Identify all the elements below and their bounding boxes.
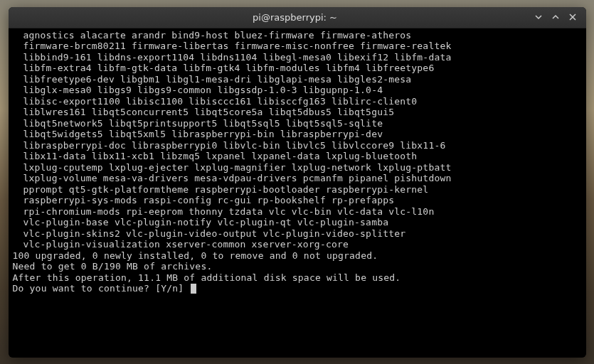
package-line: libfm-extra4 libfm-gtk-data libfm-gtk4 l… [23,63,582,74]
chevron-down-icon [534,13,543,21]
terminal-output[interactable]: agnostics alacarte arandr bind9-host blu… [9,28,586,358]
package-line: vlc-plugin-visualization xserver-common … [23,239,582,250]
package-line: raspberrypi-sys-mods raspi-config rc-gui… [23,195,582,206]
titlebar: pi@raspberrypi: ~ [9,7,586,28]
window-title: pi@raspberrypi: ~ [60,12,531,23]
package-line: libisc-export1100 libisc1100 libisccc161… [23,96,582,107]
package-line: libbind9-161 libdns-export1104 libdns110… [23,52,582,63]
package-line: libqt5widgets5 libqt5xml5 libraspberrypi… [23,129,582,140]
package-line: rpi-chromium-mods rpi-eeprom thonny tzda… [23,206,582,218]
status-archives: Need to get 0 B/190 MB of archives. [13,261,582,272]
package-line: lxplug-volume mesa-va-drivers mesa-vdpau… [23,173,582,184]
close-icon [568,13,577,21]
package-line: libqt5network5 libqt5printsupport5 libqt… [23,118,582,129]
package-line: vlc-plugin-skins2 vlc-plugin-video-outpu… [23,228,582,240]
package-line: agnostics alacarte arandr bind9-host blu… [23,30,582,41]
maximize-button[interactable] [548,10,563,24]
status-upgraded: 100 upgraded, 0 newly installed, 0 to re… [13,250,582,262]
package-line: libx11-data libx11-xcb1 libzmq5 lxpanel … [23,151,582,162]
package-line: lxplug-cputemp lxplug-ejecter lxplug-mag… [23,162,582,173]
terminal-window: pi@raspberrypi: ~ agnostics alacarte ara… [9,7,586,358]
chevron-up-icon [551,13,560,21]
close-button[interactable] [565,10,580,24]
status-disk-space: After this operation, 11.1 MB of additio… [13,272,582,284]
package-line: libfreetype6-dev libgbm1 libgl1-mesa-dri… [23,74,582,85]
minimize-button[interactable] [531,10,546,24]
package-line: libglx-mesa0 libgs9 libgs9-common libgss… [23,85,582,96]
cursor [191,284,196,294]
package-line: liblwres161 libqt5concurrent5 libqt5core… [23,107,582,118]
package-line: vlc-plugin-base vlc-plugin-notify vlc-pl… [23,217,582,228]
package-line: firmware-brcm80211 firmware-libertas fir… [23,41,582,52]
package-line: pprompt qt5-gtk-platformtheme raspberryp… [23,184,582,196]
package-line: libraspberrypi-doc libraspberrypi0 libvl… [23,140,582,151]
continue-prompt: Do you want to continue? [Y/n] [13,283,190,294]
package-list: agnostics alacarte arandr bind9-host blu… [13,30,582,250]
window-controls [531,10,580,24]
